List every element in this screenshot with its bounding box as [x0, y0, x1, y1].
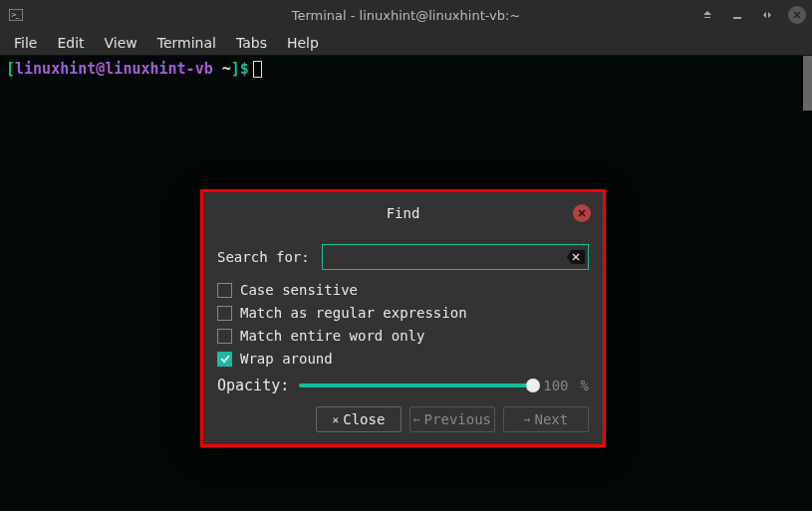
opacity-label: Opacity: — [217, 377, 289, 394]
case-sensitive-row[interactable]: Case sensitive — [217, 282, 589, 298]
wrap-label: Wrap around — [240, 351, 333, 367]
opacity-slider[interactable] — [299, 383, 533, 387]
opacity-value: 100 — [543, 378, 568, 393]
close-button-label: Close — [343, 411, 385, 427]
wrap-checkbox[interactable] — [217, 352, 232, 367]
prompt-at: @ — [96, 60, 105, 78]
svg-rect-2 — [733, 17, 741, 19]
terminal-cursor — [253, 61, 262, 78]
window-keep-above-icon[interactable] — [698, 6, 716, 24]
find-dialog-titlebar: Find — [203, 192, 603, 234]
case-sensitive-checkbox[interactable] — [217, 283, 232, 298]
prompt-path: ~ — [213, 60, 231, 78]
search-input-wrap — [322, 244, 589, 270]
window-minimize-icon[interactable] — [728, 6, 746, 24]
search-label: Search for: — [217, 249, 310, 265]
titlebar: >_ Terminal - linuxhint@linuxhint-vb:~ — [0, 0, 812, 30]
menu-help[interactable]: Help — [279, 32, 327, 54]
whole-word-checkbox[interactable] — [217, 329, 232, 344]
wrap-row[interactable]: Wrap around — [217, 351, 589, 367]
arrow-right-icon: → — [524, 413, 531, 426]
find-dialog: Find Search for: Case sensitive — [200, 189, 606, 447]
find-dialog-title: Find — [387, 205, 420, 221]
window-controls — [698, 6, 806, 24]
menu-view[interactable]: View — [97, 32, 145, 54]
window-maximize-icon[interactable] — [758, 6, 776, 24]
window-close-icon[interactable] — [788, 6, 806, 24]
opacity-unit: % — [581, 378, 589, 393]
window-title: Terminal - linuxhint@linuxhint-vb:~ — [0, 8, 812, 23]
menu-tabs[interactable]: Tabs — [228, 32, 275, 54]
opacity-row: Opacity: 100 % — [217, 377, 589, 394]
next-button[interactable]: → Next — [503, 406, 589, 432]
prompt-open-bracket: [ — [6, 60, 15, 78]
find-dialog-buttons: ✕ Close ← Previous → Next — [217, 406, 589, 432]
previous-button[interactable]: ← Previous — [409, 406, 495, 432]
find-dialog-body: Search for: Case sensitive Match as regu… — [203, 234, 603, 444]
find-dialog-close-icon[interactable] — [573, 204, 591, 222]
regex-row[interactable]: Match as regular expression — [217, 305, 589, 321]
case-sensitive-label: Case sensitive — [240, 282, 358, 298]
search-input[interactable] — [322, 244, 589, 270]
arrow-left-icon: ← — [413, 413, 420, 426]
menubar: File Edit View Terminal Tabs Help — [0, 30, 812, 56]
background-decoration — [583, 441, 812, 511]
whole-word-label: Match entire word only — [240, 328, 424, 344]
prompt-line: [linuxhint@linuxhint-vb ~]$ — [6, 60, 806, 78]
menu-edit[interactable]: Edit — [49, 32, 92, 54]
close-icon: ✕ — [333, 413, 340, 426]
menu-file[interactable]: File — [6, 32, 45, 54]
prompt-dollar: $ — [240, 60, 249, 78]
menu-terminal[interactable]: Terminal — [149, 32, 224, 54]
regex-label: Match as regular expression — [240, 305, 467, 321]
next-button-label: Next — [534, 411, 568, 427]
prompt-user: linuxhint — [15, 60, 96, 78]
previous-button-label: Previous — [424, 411, 491, 427]
prompt-host: linuxhint-vb — [105, 60, 212, 78]
regex-checkbox[interactable] — [217, 306, 232, 321]
opacity-slider-thumb[interactable] — [526, 379, 540, 392]
close-button[interactable]: ✕ Close — [316, 406, 402, 432]
terminal-area[interactable]: [linuxhint@linuxhint-vb ~]$ Find Search … — [0, 56, 812, 511]
prompt-close-bracket: ] — [231, 60, 240, 78]
whole-word-row[interactable]: Match entire word only — [217, 328, 589, 344]
search-row: Search for: — [217, 244, 589, 270]
scrollbar[interactable] — [803, 56, 812, 111]
